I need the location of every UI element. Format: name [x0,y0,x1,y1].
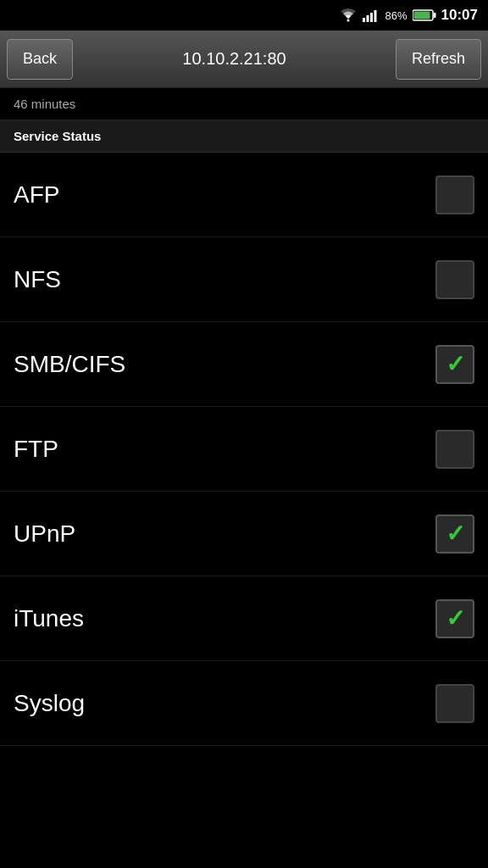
service-item[interactable]: NFS [0,237,488,322]
service-name: AFP [14,181,59,209]
nav-title: 10.10.2.21:80 [80,49,389,69]
checkmark-icon: ✓ [446,522,465,546]
service-name: SMB/CIFS [14,351,125,378]
service-checkbox[interactable] [435,430,474,469]
service-name: FTP [14,436,58,463]
svg-rect-4 [374,10,377,22]
content: 46 minutes Service Status AFPNFSSMB/CIFS… [0,88,488,746]
svg-rect-3 [370,13,373,22]
service-name: UPnP [14,520,75,548]
svg-rect-6 [433,13,435,18]
service-item[interactable]: SMB/CIFS✓ [0,322,488,407]
service-name: NFS [14,266,61,293]
service-item[interactable]: AFP [0,153,488,237]
service-checkbox[interactable] [435,260,474,299]
service-item[interactable]: Syslog [0,661,488,746]
battery-icon [413,9,436,21]
refresh-button[interactable]: Refresh [396,39,481,80]
checkmark-icon: ✓ [446,353,465,376]
battery-percent: 86% [385,9,407,22]
service-item[interactable]: FTP [0,407,488,492]
nav-bar: Back 10.10.2.21:80 Refresh [0,31,488,88]
status-time: 10:07 [441,7,478,24]
service-item[interactable]: UPnP✓ [0,492,488,576]
service-checkbox[interactable] [435,684,474,723]
status-bar: 86% 10:07 [0,0,488,31]
svg-rect-1 [363,18,365,22]
svg-point-0 [347,19,350,22]
service-checkbox[interactable]: ✓ [435,599,474,638]
svg-rect-2 [367,15,369,22]
service-name: Syslog [14,690,85,717]
status-icons: 86% 10:07 [339,7,478,24]
service-name: iTunes [14,605,84,632]
service-checkbox[interactable] [435,175,474,214]
svg-rect-7 [413,12,430,19]
wifi-icon [339,8,358,22]
service-item[interactable]: iTunes✓ [0,576,488,661]
service-checkbox[interactable]: ✓ [435,345,474,384]
service-list: AFPNFSSMB/CIFS✓FTPUPnP✓iTunes✓Syslog [0,153,488,746]
back-button[interactable]: Back [7,39,73,80]
service-checkbox[interactable]: ✓ [435,515,474,554]
checkmark-icon: ✓ [446,607,465,631]
signal-icon [363,8,380,22]
subtitle: 46 minutes [0,88,488,120]
section-header: Service Status [0,120,488,153]
